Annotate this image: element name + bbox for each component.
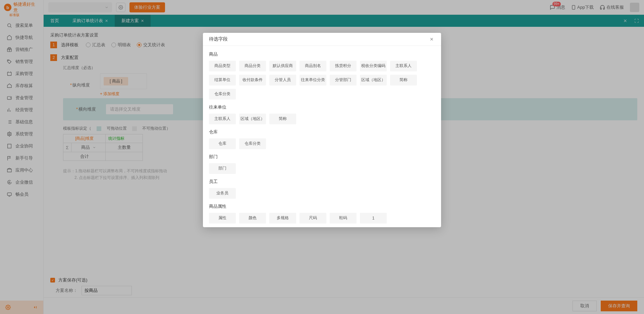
field-group-3: 部门部门 (209, 154, 435, 174)
field-chip[interactable]: 仓库分类 (239, 138, 266, 149)
field-chip[interactable]: 主联系人 (209, 114, 236, 124)
field-group-title: 部门 (209, 154, 435, 160)
field-group-0: 商品商品类型商品分类默认供应商商品别名拣货积分税收分类编码主联系人结算单位收付款… (209, 51, 435, 100)
field-group-title: 员工 (209, 179, 435, 185)
field-group-4: 员工业务员 (209, 179, 435, 199)
field-group-2: 仓库仓库仓库分类 (209, 129, 435, 149)
field-picker-modal: 待选字段 商品商品类型商品分类默认供应商商品别名拣货积分税收分类编码主联系人结算… (203, 33, 441, 227)
field-chip[interactable]: 税收分类编码 (360, 61, 387, 71)
field-group-title: 商品 (209, 51, 435, 57)
field-chip[interactable]: 商品类型 (209, 61, 236, 71)
field-group-title: 往来单位 (209, 104, 435, 110)
field-group-5: 商品属性属性颜色多规格尺码鞋码1 (209, 203, 435, 224)
field-chip[interactable]: 结算单位 (209, 75, 236, 85)
field-chip[interactable]: 尺码 (300, 213, 326, 224)
modal-overlay[interactable]: 待选字段 商品商品类型商品分类默认供应商商品别名拣货积分税收分类编码主联系人结算… (0, 0, 644, 314)
field-chip[interactable]: 默认供应商 (269, 61, 296, 71)
field-chip[interactable]: 收付款条件 (239, 75, 266, 85)
field-chip[interactable]: 部门 (209, 163, 236, 174)
field-chip[interactable]: 仓库 (209, 138, 236, 149)
field-chip[interactable]: 颜色 (239, 213, 266, 224)
field-chip[interactable]: 简称 (269, 114, 296, 124)
field-chip[interactable]: 多规格 (269, 213, 296, 224)
field-chip[interactable]: 分管部门 (330, 75, 357, 85)
field-chip[interactable]: 简称 (390, 75, 417, 85)
field-chip[interactable]: 商品别名 (300, 61, 326, 71)
field-chip[interactable]: 区域（地区） (360, 75, 387, 85)
field-chip[interactable]: 业务员 (209, 188, 236, 199)
field-group-title: 仓库 (209, 129, 435, 135)
field-chip[interactable]: 商品分类 (239, 61, 266, 71)
field-chip[interactable]: 鞋码 (330, 213, 357, 224)
modal-header: 待选字段 (203, 33, 441, 46)
modal-body: 商品商品类型商品分类默认供应商商品别名拣货积分税收分类编码主联系人结算单位收付款… (203, 46, 441, 227)
field-chip[interactable]: 仓库分类 (209, 89, 236, 100)
field-group-1: 往来单位主联系人区域（地区）简称 (209, 104, 435, 124)
field-chip[interactable]: 往来单位分类 (300, 75, 326, 85)
field-chip[interactable]: 主联系人 (390, 61, 417, 71)
field-group-title: 商品属性 (209, 203, 435, 209)
modal-close-button[interactable] (428, 36, 435, 43)
field-chip[interactable]: 区域（地区） (239, 114, 266, 124)
field-chip[interactable]: 拣货积分 (330, 61, 357, 71)
modal-title: 待选字段 (209, 36, 228, 42)
field-chip[interactable]: 分管人员 (269, 75, 296, 85)
field-chip[interactable]: 属性 (209, 213, 236, 224)
field-chip[interactable]: 1 (360, 213, 387, 224)
